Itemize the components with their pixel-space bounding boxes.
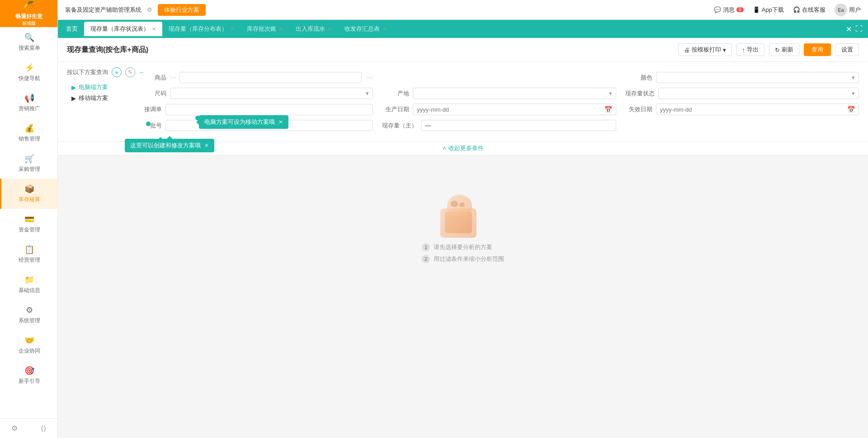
- filter-label-transfer: 接调单: [139, 105, 162, 113]
- sidebar-item-system[interactable]: ⚙ 系统管理: [0, 300, 57, 330]
- main-content: 现存量查询(按仓库+商品) 🖨 按模板打印 ▾ ↑ 导出 ↻ 刷新 查询 设置 …: [58, 38, 868, 438]
- tab-home-label: 首页: [66, 25, 78, 33]
- basic-icon: 📁: [24, 275, 34, 285]
- app-download-btn[interactable]: 📱 App下载: [753, 6, 784, 14]
- filter-label-status: 现存量状态: [625, 89, 655, 98]
- query-btn[interactable]: 查询: [804, 43, 831, 56]
- filter-label-color: 颜色: [625, 74, 652, 82]
- tab-summary[interactable]: 收发存汇总表 ✕: [338, 22, 393, 36]
- tab-batch[interactable]: 库存批次账 ✕: [241, 22, 289, 36]
- filter-select-color[interactable]: ▾: [656, 72, 859, 83]
- scheme-arrow-desktop: ▶: [71, 84, 76, 91]
- filter-more-goods[interactable]: ···: [367, 74, 373, 82]
- calendar-icon-expire[interactable]: 📅: [847, 106, 855, 113]
- print-icon: 🖨: [684, 47, 690, 53]
- transfer-input[interactable]: [170, 106, 369, 113]
- filter-row-goods: 商品 ··· ···: [139, 72, 373, 83]
- scheme-label-mobile: 移动端方案: [79, 94, 108, 102]
- dot-indicator-edit: [146, 122, 151, 126]
- produce-date-input[interactable]: [417, 106, 604, 113]
- filter-label-size: 尺码: [139, 89, 166, 98]
- tab-inventory-dist-label: 现存量（库存分布表）: [169, 25, 227, 33]
- finance-icon: 💳: [24, 214, 34, 224]
- sidebar-item-purchase[interactable]: 🛒 采购管理: [0, 148, 57, 179]
- sidebar-item-basic[interactable]: 📁 基础信息: [0, 269, 57, 300]
- tooltip-scheme-close[interactable]: ✕: [278, 119, 283, 125]
- filter-select-status[interactable]: ▾: [658, 88, 859, 99]
- sidebar-item-search[interactable]: 🔍 搜索菜单: [0, 27, 57, 57]
- print-chevron: ▾: [723, 47, 726, 53]
- tab-flow[interactable]: 出入库流水 ✕: [289, 22, 338, 36]
- avatar: Ea: [835, 4, 847, 16]
- filter-input-produce-date[interactable]: 📅: [413, 104, 616, 115]
- maximize-btn[interactable]: ⛶: [855, 25, 863, 33]
- tab-close-3[interactable]: ✕: [279, 26, 283, 32]
- sidebar-item-marketing[interactable]: 📢 营销推广: [0, 88, 57, 118]
- step1-num: 1: [422, 243, 430, 251]
- tab-inventory-status[interactable]: 现存量（库存状况表） ✕: [84, 22, 162, 36]
- tab-batch-label: 库存批次账: [247, 25, 276, 33]
- settings-btn[interactable]: ⚙: [11, 424, 18, 433]
- settings-icon[interactable]: ⚙: [147, 6, 152, 13]
- sales-icon: 💰: [24, 123, 34, 133]
- calendar-icon-produce[interactable]: 📅: [604, 106, 612, 113]
- message-icon: 💬: [714, 6, 721, 13]
- filter-label-goods: 商品: [139, 74, 166, 82]
- tab-inventory-dist[interactable]: 现存量（库存分布表） ✕: [162, 22, 241, 36]
- system-name: 装备及固定资产辅助管理系统: [65, 6, 142, 14]
- sidebar-item-finance[interactable]: 💳 资金管理: [0, 209, 57, 239]
- filter-select-origin[interactable]: ▾: [413, 88, 616, 99]
- refresh-btn[interactable]: ↻ 刷新: [769, 43, 799, 56]
- sidebar-item-operation[interactable]: 📋 经营管理: [0, 239, 57, 269]
- filter-row-color: 颜色 ▾: [625, 72, 859, 83]
- chevron-origin: ▾: [609, 90, 612, 97]
- collapse-icon: ∧: [442, 145, 447, 151]
- logo-text: 畅通好生意: [15, 13, 42, 20]
- tab-close-1[interactable]: ✕: [152, 26, 156, 32]
- sidebar-item-enterprise[interactable]: 🤝 企业协同: [0, 330, 57, 360]
- collapse-sidebar-btn[interactable]: ⟨⟩: [41, 424, 46, 433]
- marketing-icon: 📢: [24, 93, 34, 103]
- sidebar-item-guide[interactable]: 🎯 新手引导: [0, 360, 57, 391]
- settings-filter-btn[interactable]: 设置: [835, 43, 859, 56]
- empty-illustration: [436, 193, 490, 238]
- sidebar-item-quick[interactable]: ⚡ 快捷导航: [0, 57, 57, 88]
- print-btn[interactable]: 🖨 按模板打印 ▾: [678, 43, 732, 56]
- export-label: 导出: [747, 46, 759, 54]
- tab-close-4[interactable]: ✕: [328, 26, 332, 32]
- sidebar-label-operation: 经营管理: [19, 256, 40, 264]
- tab-close-5[interactable]: ✕: [382, 26, 387, 32]
- filter-input-expire-date[interactable]: 📅: [656, 104, 859, 115]
- tooltip-edit-close[interactable]: ✕: [204, 142, 209, 149]
- tooltip-scheme: 电脑方案可设为移动方案哦 ✕: [199, 115, 288, 129]
- filter-dots-goods[interactable]: ···: [170, 74, 176, 82]
- filter-edit-btn[interactable]: ✎: [125, 67, 135, 77]
- close-all-btn[interactable]: ✕: [846, 25, 852, 33]
- tab-home[interactable]: 首页: [60, 22, 84, 36]
- sidebar-item-sales[interactable]: 💰 销售管理: [0, 118, 57, 148]
- tab-close-2[interactable]: ✕: [230, 26, 234, 32]
- sidebar-label-inventory: 库存核算: [19, 196, 40, 203]
- filter-input-goods[interactable]: [179, 72, 362, 83]
- filter-input-stock[interactable]: —: [421, 120, 616, 131]
- expire-date-input[interactable]: [660, 106, 847, 113]
- user-menu[interactable]: Ea 用户: [835, 4, 861, 16]
- filter-area: 按以下方案查询 + ✎ ← ▶ 电脑端方案 ▶ 移动端方案 商品 ···: [58, 62, 868, 141]
- message-btn[interactable]: 💬 消息 6: [714, 6, 744, 14]
- sidebar-label-guide: 新手引导: [19, 377, 40, 385]
- top-header: 装备及固定资产辅助管理系统 ⚙ 体验行业方案 💬 消息 6 📱 App下载 🎧 …: [58, 0, 868, 20]
- refresh-icon: ↻: [775, 47, 780, 53]
- tabs-bar: 首页 现存量（库存状况表） ✕ 现存量（库存分布表） ✕ 库存批次账 ✕ 出入库…: [58, 20, 868, 38]
- sidebar-label-quick: 快捷导航: [19, 75, 40, 82]
- export-btn[interactable]: ↑ 导出: [736, 43, 765, 56]
- goods-input[interactable]: [184, 74, 358, 81]
- filter-add-btn[interactable]: +: [112, 67, 122, 77]
- trial-btn[interactable]: 体验行业方案: [158, 4, 206, 16]
- enterprise-icon: 🤝: [24, 335, 34, 345]
- filter-input-transfer[interactable]: [165, 104, 373, 115]
- filter-select-size[interactable]: ▾: [170, 88, 373, 99]
- sidebar-item-inventory[interactable]: 📦 库存核算: [0, 179, 57, 209]
- service-btn[interactable]: 🎧 在线客服: [793, 6, 826, 14]
- filter-label-origin: 产地: [382, 89, 409, 98]
- filter-row-origin: 产地 ▾: [382, 88, 616, 99]
